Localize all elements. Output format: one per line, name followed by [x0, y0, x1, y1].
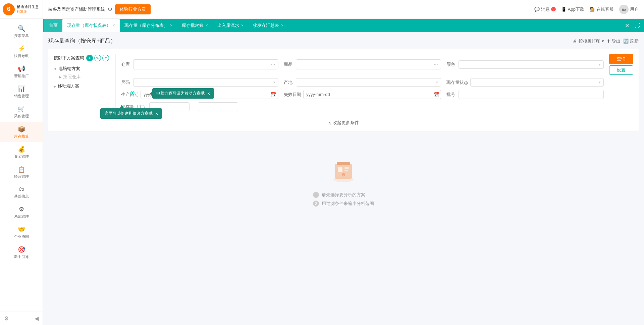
filter-header-label: 按以下方案查询 [54, 55, 84, 61]
empty-step2-text: 用过滤条件来缩小分析范围 [322, 201, 374, 207]
scheme-pc-node[interactable]: ▼ 电脑端方案 [54, 65, 111, 73]
settings-footer-icon[interactable]: ⚙ [4, 315, 9, 322]
message-button[interactable]: 💬 消息 9 [534, 6, 556, 12]
empty-step1-text: 请先选择要分析的方案 [322, 192, 365, 198]
inv-status-select[interactable]: ▾ [470, 78, 604, 87]
tab-receive-summary[interactable]: 收发存汇总表 × [248, 19, 288, 32]
warehouse-input[interactable] [136, 62, 271, 67]
color-select[interactable]: ▾ [459, 60, 604, 69]
sidebar-item-enterprise[interactable]: 🤝 企业协同 [0, 222, 43, 242]
sidebar-item-sales[interactable]: 📊 销售管理 [0, 82, 43, 102]
add-scheme-button[interactable]: + [86, 55, 93, 61]
tab-inout-flow-label: 出入库流水 [217, 22, 239, 29]
filter-expiry-date-field: 失效日期 📅 [284, 90, 441, 99]
sidebar-item-operation[interactable]: 📋 经营管理 [0, 162, 43, 182]
product-input-wrapper: ··· [296, 59, 441, 69]
scheme-wh-node[interactable]: ▶ 按照仓库 [59, 73, 111, 81]
tooltip-scheme-pc: 电脑方案可设为移动方案哦 × [152, 88, 214, 99]
prod-date-calendar-icon[interactable]: 📅 [271, 92, 276, 97]
sidebar-item-inventory[interactable]: 📦 库存核算 [0, 122, 43, 142]
topbar-left: 装备及固定资产辅助管理系统 ⚙ 体验行业方案 [48, 4, 151, 14]
sidebar-item-marketing[interactable]: 📢 营销推广 [0, 62, 43, 82]
batch-input[interactable] [459, 90, 604, 99]
filter-color-field: 颜色 ▾ [446, 60, 604, 69]
search-icon: 🔍 [18, 25, 25, 32]
reset-button[interactable]: 设置 [609, 65, 633, 75]
tab-home[interactable]: 首页 [44, 19, 62, 32]
page-header: 现存量查询（按仓库+商品） 🖨 按模板打印 ▾ ⬆ 导出 🔄 刷新 [48, 38, 639, 45]
system-title: 装备及固定资产辅助管理系统 [48, 6, 105, 12]
origin-label: 产地 [284, 79, 294, 86]
svg-rect-3 [338, 167, 342, 172]
sidebar-item-guide[interactable]: ⚡ 快捷导航 [0, 42, 43, 62]
tab-batch-ledger-label: 库存批次账 [182, 22, 204, 29]
product-input[interactable] [299, 62, 434, 67]
sidebar-item-search[interactable]: 🔍 搜索菜单 [0, 21, 43, 42]
filter-batch-field: 批号 [446, 90, 604, 99]
arrow-scheme-button[interactable]: « [102, 55, 109, 61]
warehouse-dots-icon[interactable]: ··· [271, 61, 275, 67]
tab-receive-summary-label: 收发存汇总表 [253, 22, 279, 29]
empty-state: ? 1 请先选择要分析的方案 2 用过滤条件来缩小分析范围 [48, 135, 639, 227]
origin-select[interactable]: ▾ [296, 78, 441, 87]
main-area: 装备及固定资产辅助管理系统 ⚙ 体验行业方案 💬 消息 9 📱 App下载 💁 … [43, 0, 644, 325]
filter-card: 按以下方案查询 + ✎ « ▼ 电脑端方案 [48, 49, 639, 131]
expiry-date-input[interactable] [303, 90, 441, 99]
tab-close-all[interactable]: ✕ [622, 22, 632, 29]
size-select[interactable]: ▾ [133, 78, 278, 87]
template-print-button[interactable]: 🖨 按模板打印 ▾ [573, 38, 604, 44]
sidebar: 6 畅通通好生意 标准版 🔍 搜索菜单 ⚡ 快捷导航 📢 营销推广 📊 销售管理… [0, 0, 43, 325]
purchase-icon: 🛒 [18, 105, 25, 113]
refresh-button[interactable]: 🔄 刷新 [623, 38, 639, 44]
size-label: 尺码 [121, 79, 131, 86]
tab-inout-flow-close[interactable]: × [241, 23, 244, 28]
tab-home-label: 首页 [49, 22, 58, 29]
tooltip2-close[interactable]: × [155, 111, 158, 116]
app-download-button[interactable]: 📱 App下载 [561, 6, 584, 12]
expiry-date-calendar-icon[interactable]: 📅 [433, 92, 439, 97]
tab-batch-ledger-close[interactable]: × [206, 23, 208, 28]
arrow-right-mobile-icon: ▶ [54, 85, 56, 88]
empty-step1: 1 请先选择要分析的方案 [313, 192, 374, 198]
tab-bar: 首页 现存量（库存状况表） × 现存量（库存分布表） × 库存批次账 × 出入库… [43, 19, 644, 32]
size-arrow-icon: ▾ [273, 80, 275, 85]
sidebar-item-finance[interactable]: 💰 资金管理 [0, 142, 43, 162]
template-print-label: 按模板打印 [579, 38, 600, 44]
qty-range-separator: — [192, 104, 196, 109]
sidebar-item-system[interactable]: ⚙ 系统管理 [0, 202, 43, 222]
query-button[interactable]: 查询 [609, 54, 633, 64]
online-service-button[interactable]: 💁 在线客服 [590, 6, 614, 12]
tab-inventory-dist[interactable]: 现存量（库存分布表） × [120, 19, 177, 32]
tooltip1-close[interactable]: × [207, 91, 210, 96]
sidebar-item-purchase[interactable]: 🛒 采购管理 [0, 102, 43, 122]
template-arrow-icon: ▾ [602, 39, 604, 44]
user-label: 用户 [630, 6, 639, 12]
enterprise-icon: 🤝 [18, 226, 25, 233]
tab-inventory-status[interactable]: 现存量（库存状况表） × [62, 19, 120, 32]
edit-scheme-button[interactable]: ✎ [94, 55, 101, 61]
user-menu[interactable]: Ea 用户 [619, 5, 639, 14]
tab-inventory-dist-close[interactable]: × [170, 23, 172, 28]
sidebar-item-newbie[interactable]: 🎯 新手引导 [0, 242, 43, 263]
system-icon: ⚙ [19, 206, 24, 213]
collapse-button[interactable]: ∧ 收起更多条件 [328, 120, 359, 126]
collapse-icon[interactable]: ◀ [35, 315, 39, 322]
tab-inventory-dist-label: 现存量（库存分布表） [124, 22, 168, 29]
settings-icon[interactable]: ⚙ [108, 6, 112, 12]
tab-inout-flow[interactable]: 出入库流水 × [213, 19, 248, 32]
qty-main-max-input[interactable] [198, 102, 238, 111]
page-title: 现存量查询（按仓库+商品） [48, 38, 116, 45]
tab-inventory-status-close[interactable]: × [113, 23, 115, 28]
sidebar-item-basic[interactable]: 🗂 基础信息 [0, 182, 43, 202]
color-arrow-icon: ▾ [599, 62, 601, 67]
export-label: 导出 [612, 38, 621, 44]
app-download-label: App下载 [568, 6, 584, 12]
tab-expand[interactable]: ⛶ [632, 22, 643, 29]
trial-button[interactable]: 体验行业方案 [115, 4, 151, 14]
product-dots-icon[interactable]: ··· [434, 61, 438, 67]
tab-batch-ledger[interactable]: 库存批次账 × [177, 19, 213, 32]
message-label: 消息 [541, 6, 550, 12]
scheme-mobile-node[interactable]: ▶ 移动端方案 [54, 82, 111, 90]
tab-receive-summary-close[interactable]: × [281, 23, 283, 28]
export-button[interactable]: ⬆ 导出 [607, 38, 621, 44]
